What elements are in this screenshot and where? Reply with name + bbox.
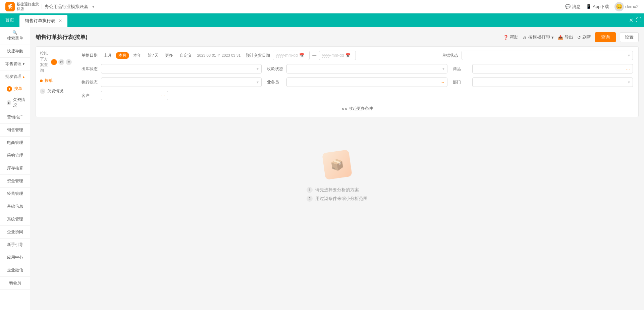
export-button[interactable]: 📤 导出 — [558, 34, 573, 40]
filter-panel-inner: 按以下方案查询 + ↺ « — [36, 47, 638, 117]
main-layout: 🔍 搜索菜单 快捷导航 零售管理 ▾ 批发管理 ▴ ● 按单 ● 欠资情况 营销… — [0, 27, 644, 310]
empty-tips: 1 请先选择要分析的方案 2 用过滤条件来缩小分析范围 — [307, 187, 368, 202]
app-title-dropdown[interactable]: ▾ — [92, 4, 94, 9]
sidebar-item-system[interactable]: 系统管理 — [0, 213, 30, 226]
filter-nav-by-order[interactable]: 按单 — [36, 75, 76, 86]
tab-close-icon[interactable]: ✕ — [59, 18, 62, 23]
help-button[interactable]: ❓ 帮助 — [503, 34, 519, 40]
filter-nav-debt[interactable]: ○ 欠资情况 — [36, 86, 76, 96]
filter-sidebar-actions: + ↺ « — [51, 59, 72, 65]
date-tab-last-month[interactable]: 上月 — [101, 52, 114, 59]
sidebar-item-corp-wechat[interactable]: 企业微信 — [0, 264, 30, 277]
department-dropdown[interactable]: ▾ — [472, 78, 633, 87]
outbound-status-dropdown[interactable]: ▾ — [101, 64, 262, 73]
page-actions: ❓ 帮助 🖨 按模板打印 ▾ 📤 导出 ↺ 刷新 查询 设置 — [503, 32, 639, 42]
empty-state: 📦 1 请先选择要分析的方案 2 用过滤条件来缩小分析范围 — [36, 121, 639, 228]
add-scheme-button[interactable]: + — [51, 59, 57, 65]
debt-circle-icon: ○ — [40, 89, 45, 94]
print-dropdown-icon: ▾ — [551, 35, 554, 40]
sidebar-item-app-center[interactable]: 应用中心 — [0, 251, 30, 264]
collapse-sidebar-button[interactable]: « — [66, 59, 72, 65]
app-download-action[interactable]: 📱 App下载 — [586, 4, 609, 10]
debt-circle-icon: ● — [7, 100, 11, 105]
document-status-dropdown[interactable]: ▾ — [462, 51, 633, 60]
logo-box: 畅 畅捷通好生意 标版 — [5, 2, 39, 11]
sidebar-item-marketing[interactable]: 营销推广 — [0, 111, 30, 124]
empty-box-icon: 📦 — [322, 150, 352, 180]
collapse-filters-button[interactable]: ∧∧ 收起更多条件 — [82, 104, 633, 113]
product-input[interactable]: ··· — [472, 64, 633, 73]
tab-home[interactable]: 首页 — [0, 13, 19, 27]
sidebar-item-ecommerce[interactable]: 电商管理 — [0, 137, 30, 149]
date-tab-more[interactable]: 更多 — [162, 52, 176, 59]
sidebar-item-purchase[interactable]: 采购管理 — [0, 149, 30, 162]
sidebar-sub-order[interactable]: ● 按单 — [0, 83, 30, 94]
sidebar-item-enterprise[interactable]: 企业协同 — [0, 226, 30, 239]
field-expected-delivery: 预计交货日期 yyyy-mm-dd 📅 — yyyy-mm-dd 📅 — [246, 51, 437, 60]
sidebar-item-operations[interactable]: 经营管理 — [0, 188, 30, 200]
date-separator: — — [312, 53, 316, 58]
sidebar-item-retail[interactable]: 零售管理 ▾ — [0, 58, 30, 70]
sidebar-item-basic[interactable]: 基础信息 — [0, 200, 30, 213]
message-icon: 💬 — [565, 4, 571, 9]
customer-input[interactable]: ··· — [101, 91, 168, 100]
date-tab-this-year[interactable]: 本年 — [130, 52, 144, 59]
sidebar-sub-debt[interactable]: ● 欠资情况 — [0, 94, 30, 111]
expand-tab-icon[interactable]: ⛶ — [636, 17, 641, 23]
print-icon: 🖨 — [523, 35, 527, 40]
filter-main: 单据日期 上月 本月 本年 近7天 更多 自定义 2023-03-01 至 20… — [76, 47, 638, 117]
export-icon: 📤 — [558, 35, 563, 40]
field-receipt-status: 收款状态 ▾ — [267, 64, 447, 73]
receipt-status-dropdown[interactable]: ▾ — [286, 64, 447, 73]
sidebar-item-inventory[interactable]: 库存核算 — [0, 162, 30, 175]
sidebar-quick-nav[interactable]: 快捷导航 — [0, 45, 30, 58]
receipt-status-label: 收款状态 — [267, 66, 284, 72]
calendar-icon-1: 📅 — [299, 53, 304, 58]
empty-illustration: 📦 — [320, 148, 354, 182]
message-action[interactable]: 💬 消息 — [565, 4, 581, 10]
sidebar-item-finance[interactable]: 资金管理 — [0, 175, 30, 188]
outbound-status-label: 出库状态 — [82, 66, 98, 72]
expected-delivery-start[interactable]: yyyy-mm-dd 📅 — [273, 51, 310, 60]
field-execution-status: 执行状态 ▾ — [82, 78, 262, 87]
product-more-icon[interactable]: ··· — [626, 66, 630, 71]
field-document-status: 单据状态 ▾ — [442, 51, 633, 60]
sidebar-item-vip[interactable]: 畅会员 — [0, 277, 30, 290]
sidebar-search[interactable]: 🔍 搜索菜单 — [0, 27, 30, 45]
template-print-button[interactable]: 🖨 按模板打印 ▾ — [523, 34, 554, 40]
refresh-icon: ↺ — [577, 35, 581, 40]
refresh-button[interactable]: ↺ 刷新 — [577, 34, 591, 40]
tip-1-number: 1 — [307, 187, 313, 193]
filter-sidebar: 按以下方案查询 + ↺ « — [36, 47, 76, 117]
field-product: 商品 ··· — [453, 64, 633, 73]
single-date-label: 单据日期 — [82, 53, 98, 58]
calendar-icon-2: 📅 — [345, 53, 351, 58]
by-order-dot-icon — [40, 80, 43, 82]
collapse-up-icon: ∧∧ — [341, 106, 347, 111]
date-tab-custom[interactable]: 自定义 — [177, 52, 195, 59]
search-icon: 🔍 — [12, 30, 17, 35]
field-single-date: 单据日期 上月 本月 本年 近7天 更多 自定义 2023-03-01 至 20… — [82, 52, 240, 59]
user-action[interactable]: 😊 demo2 — [614, 2, 639, 11]
salesperson-more-icon[interactable]: ··· — [440, 80, 444, 85]
query-button[interactable]: 查询 — [595, 32, 616, 42]
salesperson-input[interactable]: ··· — [286, 78, 447, 87]
order-dot-icon: ● — [7, 86, 12, 92]
date-tab-this-month[interactable]: 本月 — [116, 52, 129, 59]
expected-delivery-end[interactable]: yyyy-mm-dd 📅 — [319, 51, 356, 60]
field-outbound-status: 出库状态 ▾ — [82, 64, 262, 73]
tab-sales-order[interactable]: 销售订单执行表 ✕ — [19, 15, 67, 27]
execution-status-dropdown[interactable]: ▾ — [101, 78, 262, 87]
close-all-tabs-icon[interactable]: ✕ — [629, 17, 633, 23]
wholesale-arrow-icon: ▴ — [23, 75, 24, 79]
settings-button[interactable]: 设置 — [620, 32, 639, 42]
sidebar-item-sales[interactable]: 销售管理 — [0, 124, 30, 137]
tab-bar-actions: ✕ ⛶ — [629, 17, 641, 23]
date-tab-7days[interactable]: 近7天 — [145, 52, 161, 59]
sidebar-item-newbie[interactable]: 新手引导 — [0, 239, 30, 251]
filter-row-2: 出库状态 ▾ 收款状态 ▾ — [82, 64, 633, 73]
field-customer: 客户 ··· — [82, 91, 168, 100]
sidebar-item-wholesale[interactable]: 批发管理 ▴ — [0, 70, 30, 83]
customer-more-icon[interactable]: ··· — [161, 93, 165, 98]
reload-scheme-button[interactable]: ↺ — [58, 59, 64, 65]
